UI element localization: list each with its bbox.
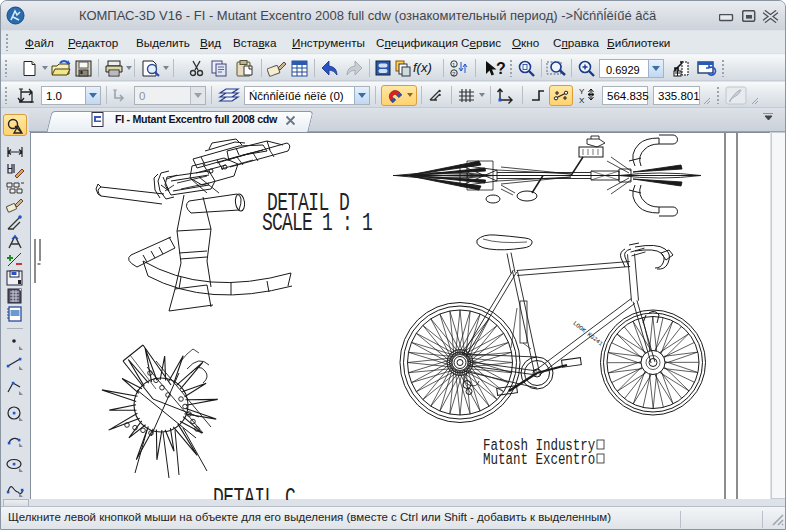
svg-text:Mutant Excentro: Mutant Excentro [483, 451, 595, 469]
svg-text:SCALE 1 : 1: SCALE 1 : 1 [262, 209, 372, 238]
svg-text:X: X [579, 96, 585, 104]
svg-text:Y: Y [579, 87, 585, 96]
svg-text:DETAIL C: DETAIL C [213, 484, 296, 500]
svg-text:?: ? [496, 60, 506, 77]
svg-text:LOOK KG241: LOOK KG241 [572, 320, 605, 348]
